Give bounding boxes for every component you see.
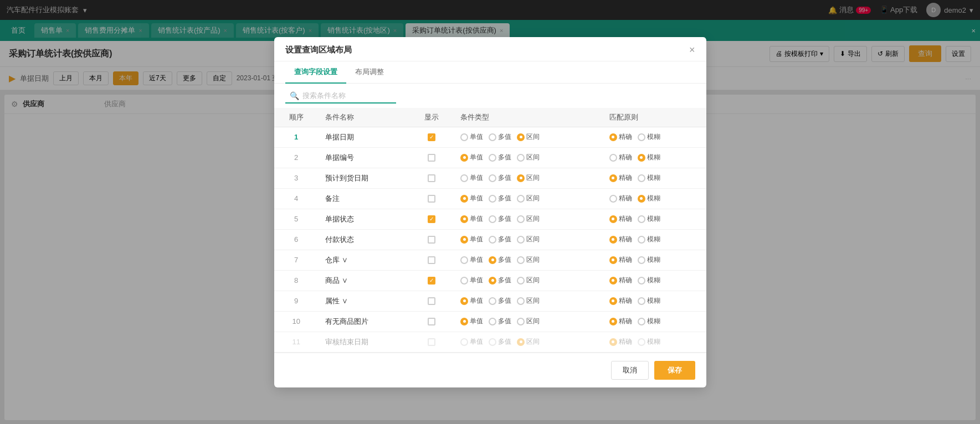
type-radio-多值-9[interactable]: 多值	[489, 317, 511, 326]
type-radio-多值-10[interactable]: 多值	[489, 337, 511, 347]
type-radio-单值-1[interactable]: 单值	[460, 153, 483, 162]
table-cell-match: 精确 模糊	[603, 311, 706, 332]
display-checkbox-1[interactable]	[428, 154, 435, 162]
save-button[interactable]: 保存	[654, 361, 695, 380]
tab-layout-adjust[interactable]: 布局调整	[346, 61, 393, 84]
radio-label-区间-1: 区间	[526, 153, 540, 162]
match-radio-group-0: 精确 模糊	[609, 132, 700, 142]
type-radio-单值-6[interactable]: 单值	[460, 255, 483, 265]
radio-circle-多值-1	[489, 154, 496, 162]
display-checkbox-8[interactable]	[428, 297, 435, 305]
type-radio-多值-0[interactable]: 多值	[489, 132, 511, 142]
match-radio-模糊-6[interactable]: 模糊	[638, 255, 660, 265]
type-radio-单值-10[interactable]: 单值	[460, 337, 483, 347]
display-checkbox-6[interactable]	[428, 256, 435, 264]
table-cell-type: 单值 多值 区间	[454, 209, 603, 229]
match-radio-模糊-9[interactable]: 模糊	[638, 317, 660, 326]
display-checkbox-wrap	[416, 338, 447, 346]
table-cell-display	[409, 270, 454, 291]
type-radio-区间-10[interactable]: 区间	[517, 337, 540, 347]
match-radio-精确-10[interactable]: 精确	[609, 337, 632, 347]
type-radio-多值-7[interactable]: 多值	[489, 276, 511, 285]
type-radio-区间-8[interactable]: 区间	[517, 296, 540, 306]
th-match: 匹配原则	[603, 108, 706, 127]
type-radio-单值-4[interactable]: 单值	[460, 214, 483, 224]
row-name: 审核结束日期	[325, 338, 368, 346]
modal-title: 设置查询区域布局	[285, 45, 352, 55]
type-radio-多值-4[interactable]: 多值	[489, 214, 511, 224]
type-radio-区间-0[interactable]: 区间	[517, 132, 540, 142]
radio-label-区间-4: 区间	[526, 214, 540, 224]
type-radio-单值-9[interactable]: 单值	[460, 317, 483, 326]
display-checkbox-0[interactable]	[428, 133, 435, 141]
type-radio-区间-4[interactable]: 区间	[517, 214, 540, 224]
match-radio-精确-7[interactable]: 精确	[609, 276, 632, 285]
match-radio-精确-3[interactable]: 精确	[609, 194, 632, 203]
match-radio-group-8: 精确 模糊	[609, 296, 700, 306]
match-radio-精确-2[interactable]: 精确	[609, 173, 632, 183]
row-order: 6	[294, 235, 298, 244]
type-radio-区间-9[interactable]: 区间	[517, 317, 540, 326]
match-radio-精确-0[interactable]: 精确	[609, 132, 632, 142]
type-radio-单值-8[interactable]: 单值	[460, 296, 483, 306]
display-checkbox-3[interactable]	[428, 195, 435, 203]
type-radio-多值-8[interactable]: 多值	[489, 296, 511, 306]
match-radio-模糊-8[interactable]: 模糊	[638, 296, 660, 306]
match-radio-模糊-4[interactable]: 模糊	[638, 214, 660, 224]
modal-close-btn[interactable]: ×	[689, 45, 695, 55]
type-radio-单值-2[interactable]: 单值	[460, 173, 483, 183]
type-radio-区间-2[interactable]: 区间	[517, 173, 540, 183]
type-radio-多值-2[interactable]: 多值	[489, 173, 511, 183]
type-radio-多值-1[interactable]: 多值	[489, 153, 511, 162]
match-radio-circle-模糊-9	[638, 318, 645, 325]
type-radio-区间-3[interactable]: 区间	[517, 194, 540, 203]
match-radio-label-模糊-4: 模糊	[647, 214, 660, 224]
row-name: 单据状态	[325, 215, 354, 223]
display-checkbox-7[interactable]	[428, 277, 435, 285]
table-cell-order: 10	[274, 311, 319, 332]
display-checkbox-9[interactable]	[428, 318, 435, 325]
display-checkbox-2[interactable]	[428, 174, 435, 182]
table-cell-display	[409, 168, 454, 188]
match-radio-circle-精确-5	[609, 236, 617, 244]
match-radio-精确-1[interactable]: 精确	[609, 153, 632, 162]
type-radio-单值-7[interactable]: 单值	[460, 276, 483, 285]
type-radio-单值-0[interactable]: 单值	[460, 132, 483, 142]
match-radio-模糊-2[interactable]: 模糊	[638, 173, 660, 183]
radio-circle-区间-5	[517, 236, 525, 244]
radio-circle-单值-1	[460, 154, 468, 162]
type-radio-区间-6[interactable]: 区间	[517, 255, 540, 265]
match-radio-精确-9[interactable]: 精确	[609, 317, 632, 326]
display-checkbox-4[interactable]	[428, 215, 435, 223]
radio-label-多值-2: 多值	[498, 173, 511, 183]
type-radio-单值-5[interactable]: 单值	[460, 235, 483, 244]
type-radio-区间-7[interactable]: 区间	[517, 276, 540, 285]
display-checkbox-5[interactable]	[428, 236, 435, 244]
row-name: 付款状态	[325, 235, 354, 244]
match-radio-模糊-7[interactable]: 模糊	[638, 276, 660, 285]
type-radio-多值-6[interactable]: 多值	[489, 255, 511, 265]
tab-query-fields[interactable]: 查询字段设置	[285, 61, 346, 84]
match-radio-精确-4[interactable]: 精确	[609, 214, 632, 224]
match-radio-精确-6[interactable]: 精确	[609, 255, 632, 265]
match-radio-circle-精确-10	[609, 338, 617, 346]
radio-label-区间-2: 区间	[526, 173, 540, 183]
match-radio-模糊-5[interactable]: 模糊	[638, 235, 660, 244]
modal-overlay: 设置查询区域布局 × 查询字段设置 布局调整 🔍 顺序 条件名称 显示	[0, 0, 980, 424]
match-radio-模糊-3[interactable]: 模糊	[638, 194, 660, 203]
match-radio-模糊-1[interactable]: 模糊	[638, 153, 660, 162]
type-radio-多值-5[interactable]: 多值	[489, 235, 511, 244]
type-radio-区间-5[interactable]: 区间	[517, 235, 540, 244]
type-radio-单值-3[interactable]: 单值	[460, 194, 483, 203]
cancel-button[interactable]: 取消	[611, 361, 649, 380]
display-checkbox-10[interactable]	[428, 338, 435, 346]
type-radio-多值-3[interactable]: 多值	[489, 194, 511, 203]
match-radio-模糊-10[interactable]: 模糊	[638, 337, 660, 347]
match-radio-精确-5[interactable]: 精确	[609, 235, 632, 244]
table-cell-name: 仓库 ∨	[319, 250, 409, 270]
match-radio-精确-8[interactable]: 精确	[609, 296, 632, 306]
match-radio-label-模糊-5: 模糊	[647, 235, 660, 244]
match-radio-模糊-0[interactable]: 模糊	[638, 132, 660, 142]
search-input[interactable]	[302, 91, 391, 100]
type-radio-区间-1[interactable]: 区间	[517, 153, 540, 162]
